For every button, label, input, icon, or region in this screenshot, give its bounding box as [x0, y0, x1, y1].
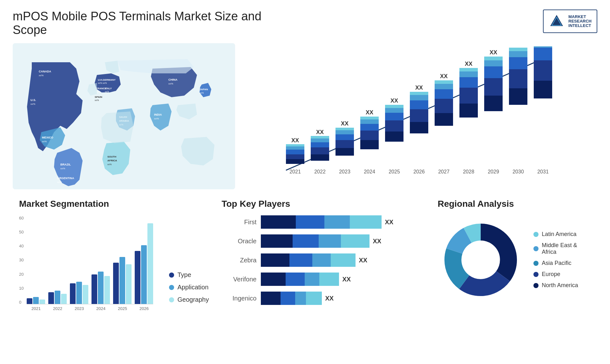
seg-bar-app [141, 245, 147, 304]
player-name-zebra: Zebra [221, 257, 256, 264]
player-seg4 [331, 253, 356, 267]
player-seg4 [306, 292, 322, 305]
svg-rect-97 [484, 57, 503, 60]
segmentation-container: Market Segmentation 60 50 40 30 20 10 0 [13, 199, 215, 364]
page-container: mPOS Mobile POS Terminals Market Size an… [0, 0, 610, 364]
svg-rect-109 [534, 48, 552, 60]
svg-text:U.K.: U.K. [98, 78, 103, 81]
svg-text:U.S.: U.S. [30, 98, 36, 102]
player-seg1 [261, 234, 293, 248]
seg-bar-geo [147, 223, 153, 304]
seg-bar-geo [39, 300, 45, 304]
seg-y-50: 50 [19, 230, 24, 234]
svg-text:2027: 2027 [438, 169, 450, 174]
svg-rect-58 [360, 140, 379, 149]
seg-bar-geo [104, 276, 110, 304]
bar-chart-svg: XX 2021 XX 2022 XX [248, 46, 591, 183]
svg-text:ARGENTINA: ARGENTINA [57, 177, 74, 180]
svg-rect-101 [509, 69, 527, 88]
svg-rect-88 [459, 77, 478, 88]
dot-europe [533, 272, 539, 277]
svg-text:2024: 2024 [364, 169, 375, 174]
svg-text:XX: XX [341, 120, 349, 127]
label-europe: Europe [542, 271, 560, 278]
svg-rect-69 [385, 105, 403, 108]
legend-europe: Europe [533, 271, 591, 278]
player-seg3 [324, 215, 350, 229]
player-name-verifone: Verifone [221, 276, 256, 283]
dot-latin-america [533, 232, 539, 237]
legend-asia-pacific: Asia Pacific [533, 260, 591, 266]
player-bar-stack-zebra [261, 253, 356, 267]
svg-rect-76 [410, 92, 428, 95]
seg-bar-type [113, 263, 119, 304]
svg-text:ITALY: ITALY [105, 87, 112, 90]
svg-rect-48 [311, 136, 329, 138]
seg-bar-geo [61, 294, 67, 304]
svg-rect-90 [459, 68, 478, 71]
svg-text:MEXICO: MEXICO [42, 136, 53, 139]
svg-rect-59 [360, 131, 379, 140]
seg-legend: Type Application Geography [169, 271, 209, 311]
seg-y-0: 0 [19, 300, 24, 305]
player-seg2 [286, 273, 305, 286]
svg-rect-55 [336, 128, 354, 130]
svg-rect-80 [435, 99, 453, 113]
regional-title: Regional Analysis [437, 199, 591, 209]
seg-x-2023: 2023 [70, 306, 88, 311]
player-bar-ingenico: XX [261, 292, 425, 305]
player-name-first: First [221, 219, 256, 226]
player-seg2 [293, 234, 319, 248]
svg-rect-102 [509, 57, 527, 69]
svg-rect-39 [286, 150, 304, 154]
player-bar-stack-first [261, 215, 382, 229]
seg-y-60: 60 [19, 216, 24, 220]
svg-rect-74 [410, 100, 428, 109]
svg-rect-73 [410, 109, 428, 122]
svg-text:2022: 2022 [314, 169, 326, 174]
donut-chart [437, 215, 524, 304]
svg-rect-104 [509, 48, 527, 51]
donut-legend: Latin America Middle East & Africa Asia … [533, 231, 591, 289]
seg-bar-type [70, 283, 76, 304]
label-middle-east-africa: Middle East & Africa [542, 242, 591, 255]
player-bar-stack-verifone [261, 273, 339, 286]
legend-middle-east-africa: Middle East & Africa [533, 242, 591, 255]
seg-bar-geo [126, 264, 132, 304]
player-seg3 [295, 292, 306, 305]
svg-rect-65 [385, 131, 403, 142]
logo: MARKET RESEARCH INTELLECT [543, 10, 597, 33]
svg-rect-62 [360, 117, 379, 119]
players-title: Top Key Players [221, 199, 425, 209]
legend-dot-type [169, 273, 174, 278]
svg-rect-52 [336, 140, 354, 148]
svg-text:2030: 2030 [512, 169, 524, 174]
player-seg1 [261, 292, 281, 305]
svg-rect-95 [484, 66, 503, 78]
svg-rect-46 [311, 142, 329, 147]
player-row-ingenico: Ingenico XX [221, 292, 425, 305]
svg-text:CHINA: CHINA [168, 78, 178, 81]
dot-north-america [533, 283, 539, 288]
dot-middle-east-africa [533, 246, 539, 251]
svg-rect-103 [509, 51, 527, 57]
player-name-ingenico: Ingenico [221, 295, 256, 302]
legend-latin-america: Latin America [533, 231, 591, 238]
seg-x-2021: 2021 [27, 306, 45, 311]
svg-text:2023: 2023 [339, 169, 350, 174]
seg-x-labels: 2021 2022 2023 2024 2025 2026 [27, 306, 153, 311]
player-seg1 [261, 215, 296, 229]
seg-bar-type [92, 274, 97, 304]
svg-text:INDIA: INDIA [154, 113, 162, 116]
legend-label-type: Type [177, 271, 191, 279]
svg-rect-89 [459, 71, 478, 77]
svg-text:XX: XX [366, 109, 373, 116]
player-row-verifone: Verifone XX [221, 273, 425, 286]
seg-bar-app [98, 272, 104, 304]
svg-text:XX: XX [390, 98, 398, 104]
svg-text:SOUTH: SOUTH [107, 155, 116, 158]
svg-text:2028: 2028 [463, 169, 474, 174]
svg-text:BRAZIL: BRAZIL [60, 163, 71, 166]
segmentation-title: Market Segmentation [19, 199, 209, 209]
svg-rect-94 [484, 78, 503, 96]
